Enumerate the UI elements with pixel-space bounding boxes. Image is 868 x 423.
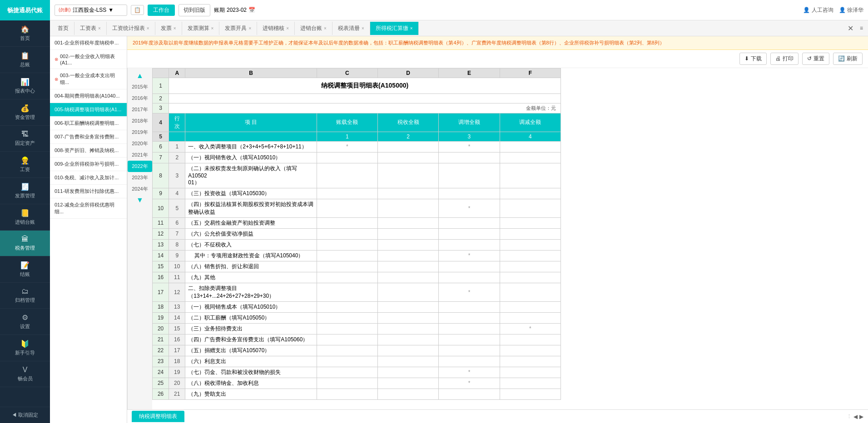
salary-icon: 👷 [20,156,30,165]
year-2017[interactable]: 2017年 [128,104,152,115]
sheet-container[interactable]: A B C D E F 1 纳税调整项目明细表(A105000) [152,68,868,410]
unit-label: 金额单位：元 [169,103,561,113]
vip-icon: V [23,366,28,374]
year-scroll-up[interactable]: ▲ [135,70,145,81]
left-panel-item-007[interactable]: 007-广告费和业务宣传费附... [50,130,127,144]
tab-audit-close[interactable]: × [286,26,289,31]
table-title-row: 1 纳税调整项目明细表(A105000) [153,78,561,93]
tabbar: 首页 工资表× 工资统计报表× 发票× 发票测算× 发票开具× 进销稽核× 进销… [50,20,868,36]
download-button[interactable]: ⬇ 下载 [739,53,767,65]
tab-audit[interactable]: 进销稽核× [257,22,295,35]
tab-purchase-ledger[interactable]: 进销台账× [295,22,332,35]
tab-invoice-issue-close[interactable]: × [248,26,251,31]
year-2018[interactable]: 2018年 [128,115,152,127]
tab-invoice-close[interactable]: × [174,26,176,31]
tab-invoice[interactable]: 发票× [155,22,182,35]
table-row: 16 11 （九）其他 [153,272,561,283]
tab-invoice-issue[interactable]: 发票开具× [219,22,257,35]
year-2016[interactable]: 2016年 [128,93,152,104]
tab-income-tax[interactable]: 所得税汇算缴× [370,22,419,35]
calendar-icon[interactable]: 📅 [248,7,255,13]
sidebar-item-assets[interactable]: 🏗 固定资产 [0,126,50,152]
sidebar-item-close[interactable]: 📝 结账 [0,256,50,283]
sub-header-3: 3 [439,132,500,141]
year-2020[interactable]: 2020年 [128,138,152,149]
copy-btn[interactable]: 📋 [131,5,144,15]
sidebar: 畅捷通易代账 🏠 首页 📋 总账 📊 报表中心 💰 资金管理 🏗 固定资产 [0,0,50,423]
ledger-icon: 📋 [20,51,30,60]
company-selector[interactable]: (勿删) 江西股金-LSS ▼ [55,5,127,16]
sidebar-item-home[interactable]: 🏠 首页 [0,20,50,47]
tab-tax-list[interactable]: 税表清册× [332,22,370,35]
empty-row-2 [169,93,561,103]
table-row: 9 4 （三）投资收益（填写A105030） [153,188,561,199]
notice-bar: 2019年度涉及取以前年度继续数据的申报表单元格需要手工维护正确，才能保证本年及… [127,36,868,50]
table-row: 18 13 （一）视同销售成本（填写A105010） [153,301,561,312]
tab-invoice-calc[interactable]: 发票测算× [182,22,220,35]
table-row: 20 15 （三）业务招待费支出 * [153,323,561,334]
tab-salary-close[interactable]: × [98,26,101,31]
tab-salary-report[interactable]: 工资统计报表× [107,22,155,35]
left-panel-item-010[interactable]: 010-免税、减计收入及加计... [50,171,127,185]
tab-invoice-calc-close[interactable]: × [211,26,214,31]
left-panel-item-005[interactable]: 005-纳税调整项目明细表(A1... [50,103,127,117]
year-scroll-down[interactable]: ▼ [135,195,145,206]
scroll-left-btn[interactable]: ◀ [853,413,858,420]
table-row: 26 21 （九）赞助支出 [153,389,561,399]
download-icon: ⬇ [744,55,749,62]
sidebar-item-salary[interactable]: 👷 工资 [0,152,50,178]
left-panel-item-004[interactable]: 004-期间费用明细表(A1040... [50,89,127,103]
left-panel-item-011[interactable]: 011-研发费用加计扣除优惠... [50,185,127,198]
table-row: 6 1 一、收入类调整项目（2+3+4+5+6+7+8+10+11） * * [153,141,561,152]
sidebar-item-tax[interactable]: 🏛 税务管理 [0,231,50,256]
header-col1: 账载全额 [317,113,377,132]
left-panel-item-006[interactable]: 006-职工薪酬纳税调整明细... [50,117,127,130]
sidebar-item-finance[interactable]: 💰 资金管理 [0,99,50,126]
left-panel-item-012[interactable]: 012-减免企业所得税优惠明细... [50,198,127,219]
scroll-right-btn[interactable]: ▶ [859,413,863,420]
bottom-tab-item[interactable]: 纳税调整明细表 [132,411,184,422]
scroll-info-icon: ⋮ [847,413,852,419]
sidebar-item-archive[interactable]: 🗂 归档管理 [0,283,50,309]
service-btn[interactable]: 👤 人工咨询 [803,6,833,14]
left-panel-item-003[interactable]: ⊗ 003-一般企业成本支出明细... [50,69,127,89]
workbench-button[interactable]: 工作台 [148,5,175,16]
sidebar-item-settings[interactable]: ⚙ 设置 [0,309,50,335]
tab-income-tax-close[interactable]: × [410,26,413,31]
sidebar-item-ledger[interactable]: 📋 总账 [0,47,50,73]
tab-salary[interactable]: 工资表× [74,22,107,35]
sidebar-item-reports[interactable]: 📊 报表中心 [0,73,50,99]
sidebar-item-invoice[interactable]: 🧾 发票管理 [0,178,50,204]
tabbar-close-all[interactable]: ✕ [844,24,857,33]
tab-tax-list-close[interactable]: × [362,26,364,31]
year-2024[interactable]: 2024年 [128,183,152,195]
print-button[interactable]: 🖨 打印 [770,53,799,65]
refresh-button[interactable]: 🔄 刷新 [833,53,863,65]
sub-header-1: 1 [317,132,377,141]
year-2022[interactable]: 2022年 [128,161,152,172]
left-panel-item-009[interactable]: 009-企业所得税弥补亏损明... [50,157,127,171]
sidebar-collapse-btn[interactable]: ◀ 取消固定 [0,407,50,423]
sidebar-label-purchase: 进销台账 [15,219,35,226]
tab-salary-report-close[interactable]: × [147,26,149,31]
year-2015[interactable]: 2015年 [128,81,152,93]
sidebar-item-vip[interactable]: V 畅会员 [0,361,50,387]
table-row: 22 17 （五）捐赠支出（填写A105070） [153,345,561,356]
left-panel-item-002[interactable]: ⊗ 002-一般企业收入明细表(A1... [50,50,127,69]
tabbar-menu[interactable]: ≡ [857,25,866,31]
year-2019[interactable]: 2019年 [128,127,152,138]
tab-home[interactable]: 首页 [52,22,74,35]
tab-purchase-ledger-close[interactable]: × [324,26,327,31]
user-avatar[interactable]: 👤 徐泽华 [839,6,863,14]
switch-old-button[interactable]: 切到旧版 [179,4,210,16]
reset-button[interactable]: ↺ 重置 [802,53,829,65]
title-row-1: A B C D E F [153,68,561,78]
sidebar-label-tax: 税务管理 [15,245,35,251]
sidebar-item-purchase[interactable]: 📒 进销台账 [0,204,50,231]
left-panel-item-001[interactable]: 001-企业所得税年度纳税申... [50,36,127,50]
spreadsheet-table: A B C D E F 1 纳税调整项目明细表(A105000) [152,68,561,400]
year-2021[interactable]: 2021年 [128,149,152,161]
left-panel-item-008[interactable]: 008-资产折旧、摊销及纳税... [50,144,127,157]
sidebar-item-guide[interactable]: 🔰 新手引导 [0,335,50,361]
year-2023[interactable]: 2023年 [128,172,152,183]
